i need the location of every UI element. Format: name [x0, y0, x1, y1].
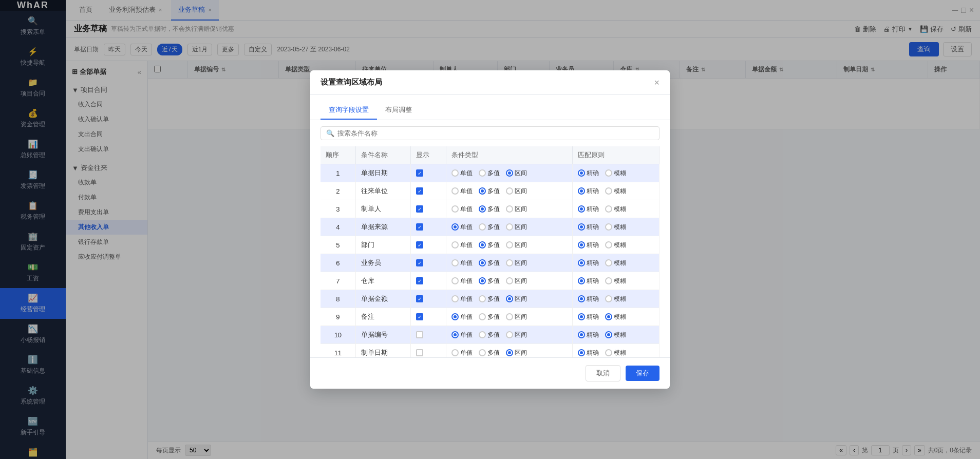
modal-row-show[interactable]: ✓: [410, 182, 446, 200]
modal-close-button[interactable]: ×: [654, 78, 659, 87]
match-radio-精确[interactable]: 精确: [578, 187, 599, 196]
show-checkbox[interactable]: ✓: [416, 313, 423, 320]
type-radio-区间[interactable]: 区间: [506, 187, 527, 196]
modal-overlay[interactable]: 设置查询区域布局 × 查询字段设置 布局调整 🔍: [0, 0, 980, 459]
modal-row-match[interactable]: 精确模糊: [573, 272, 659, 290]
show-checkbox[interactable]: ✓: [416, 277, 423, 284]
type-radio-单值[interactable]: 单值: [451, 331, 473, 339]
modal-row-match[interactable]: 精确模糊: [573, 164, 659, 182]
type-radio-区间[interactable]: 区间: [506, 313, 527, 321]
type-radio-单值[interactable]: 单值: [451, 313, 473, 321]
type-radio-多值[interactable]: 多值: [479, 277, 500, 285]
type-radio-多值[interactable]: 多值: [479, 313, 500, 321]
match-radio-精确[interactable]: 精确: [578, 169, 599, 178]
show-checkbox[interactable]: ✓: [416, 169, 423, 177]
match-radio-模糊[interactable]: 模糊: [605, 187, 626, 196]
match-radio-精确[interactable]: 精确: [578, 223, 599, 232]
modal-row-show[interactable]: ✓: [410, 290, 446, 308]
match-radio-模糊[interactable]: 模糊: [605, 277, 626, 285]
modal-row-type[interactable]: 单值多值区间: [446, 254, 572, 272]
type-radio-多值[interactable]: 多值: [479, 295, 500, 303]
type-radio-区间[interactable]: 区间: [506, 349, 527, 357]
type-radio-多值[interactable]: 多值: [479, 241, 500, 250]
modal-row-show[interactable]: ✓: [410, 272, 446, 290]
modal-row-type[interactable]: 单值多值区间: [446, 200, 572, 218]
type-radio-区间[interactable]: 区间: [506, 259, 527, 267]
match-radio-精确[interactable]: 精确: [578, 313, 599, 321]
modal-row-show[interactable]: ✓: [410, 164, 446, 182]
modal-row-show[interactable]: [410, 326, 446, 344]
type-radio-多值[interactable]: 多值: [479, 349, 500, 357]
type-radio-单值[interactable]: 单值: [451, 295, 473, 303]
modal-row-match[interactable]: 精确模糊: [573, 254, 659, 272]
match-radio-模糊[interactable]: 模糊: [605, 349, 626, 357]
type-radio-单值[interactable]: 单值: [451, 349, 473, 357]
modal-row-show[interactable]: ✓: [410, 236, 446, 254]
show-checkbox[interactable]: ✓: [416, 295, 423, 302]
modal-row-type[interactable]: 单值多值区间: [446, 236, 572, 254]
match-radio-精确[interactable]: 精确: [578, 241, 599, 250]
match-radio-模糊[interactable]: 模糊: [605, 205, 626, 214]
match-radio-精确[interactable]: 精确: [578, 277, 599, 285]
show-checkbox[interactable]: [416, 331, 423, 338]
type-radio-区间[interactable]: 区间: [506, 223, 527, 232]
modal-row-type[interactable]: 单值多值区间: [446, 164, 572, 182]
type-radio-多值[interactable]: 多值: [479, 259, 500, 267]
show-checkbox[interactable]: ✓: [416, 241, 423, 248]
modal-row-match[interactable]: 精确模糊: [573, 200, 659, 218]
modal-row-type[interactable]: 单值多值区间: [446, 290, 572, 308]
modal-row-show[interactable]: [410, 344, 446, 358]
modal-row-match[interactable]: 精确模糊: [573, 290, 659, 308]
type-radio-区间[interactable]: 区间: [506, 277, 527, 285]
match-radio-精确[interactable]: 精确: [578, 295, 599, 303]
type-radio-区间[interactable]: 区间: [506, 331, 527, 339]
type-radio-多值[interactable]: 多值: [479, 331, 500, 339]
modal-row-match[interactable]: 精确模糊: [573, 344, 659, 358]
cancel-button[interactable]: 取消: [586, 365, 620, 381]
match-radio-模糊[interactable]: 模糊: [605, 331, 626, 339]
type-radio-单值[interactable]: 单值: [451, 241, 473, 250]
match-radio-精确[interactable]: 精确: [578, 331, 599, 339]
modal-save-button[interactable]: 保存: [626, 366, 659, 381]
show-checkbox[interactable]: ✓: [416, 223, 423, 231]
modal-row-type[interactable]: 单值多值区间: [446, 308, 572, 326]
type-radio-区间[interactable]: 区间: [506, 295, 527, 303]
type-radio-多值[interactable]: 多值: [479, 205, 500, 214]
type-radio-区间[interactable]: 区间: [506, 241, 527, 250]
modal-row-match[interactable]: 精确模糊: [573, 236, 659, 254]
modal-row-match[interactable]: 精确模糊: [573, 308, 659, 326]
modal-row-type[interactable]: 单值多值区间: [446, 326, 572, 344]
match-radio-模糊[interactable]: 模糊: [605, 223, 626, 232]
match-radio-精确[interactable]: 精确: [578, 349, 599, 357]
modal-row-type[interactable]: 单值多值区间: [446, 182, 572, 200]
match-radio-模糊[interactable]: 模糊: [605, 241, 626, 250]
match-radio-模糊[interactable]: 模糊: [605, 295, 626, 303]
modal-row-show[interactable]: ✓: [410, 308, 446, 326]
modal-row-show[interactable]: ✓: [410, 200, 446, 218]
type-radio-多值[interactable]: 多值: [479, 223, 500, 232]
modal-row-match[interactable]: 精确模糊: [573, 218, 659, 236]
show-checkbox[interactable]: ✓: [416, 187, 423, 195]
type-radio-单值[interactable]: 单值: [451, 169, 473, 178]
type-radio-区间[interactable]: 区间: [506, 205, 527, 214]
match-radio-精确[interactable]: 精确: [578, 259, 599, 267]
modal-row-show[interactable]: ✓: [410, 254, 446, 272]
type-radio-区间[interactable]: 区间: [506, 169, 527, 178]
type-radio-多值[interactable]: 多值: [479, 169, 500, 178]
type-radio-单值[interactable]: 单值: [451, 259, 473, 267]
modal-row-type[interactable]: 单值多值区间: [446, 272, 572, 290]
show-checkbox[interactable]: [416, 349, 423, 356]
modal-row-type[interactable]: 单值多值区间: [446, 344, 572, 358]
modal-row-show[interactable]: ✓: [410, 218, 446, 236]
modal-tab-query[interactable]: 查询字段设置: [321, 101, 377, 120]
type-radio-单值[interactable]: 单值: [451, 205, 473, 214]
type-radio-单值[interactable]: 单值: [451, 277, 473, 285]
show-checkbox[interactable]: ✓: [416, 259, 423, 266]
modal-row-match[interactable]: 精确模糊: [573, 326, 659, 344]
modal-tab-layout[interactable]: 布局调整: [377, 101, 420, 120]
type-radio-单值[interactable]: 单值: [451, 187, 473, 196]
match-radio-模糊[interactable]: 模糊: [605, 169, 626, 178]
match-radio-模糊[interactable]: 模糊: [605, 313, 626, 321]
type-radio-单值[interactable]: 单值: [451, 223, 473, 232]
match-radio-模糊[interactable]: 模糊: [605, 259, 626, 267]
